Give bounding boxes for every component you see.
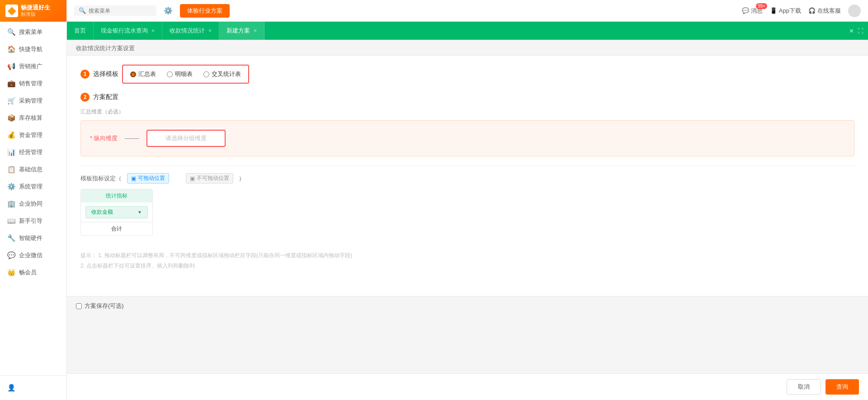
tabbar-actions: ✕ ⛶ <box>844 22 868 40</box>
sidebar-item-10[interactable]: 🏢企业协同 <box>0 195 66 212</box>
nav-label-2: 营销推广 <box>19 62 42 71</box>
sidebar-item-5[interactable]: 📦库存核算 <box>0 109 66 127</box>
vertical-dimension-label: * 纵向维度 <box>90 134 118 142</box>
nav-icon-10: 🏢 <box>7 200 15 208</box>
download-label: App下载 <box>779 7 801 15</box>
dimension-area: * 纵向维度 —— 请选择分组维度 <box>80 120 854 156</box>
nav-label-14: 畅会员 <box>19 268 37 277</box>
nav-icon-14: 👑 <box>7 268 15 277</box>
sidebar-logo: 🔶 畅捷通好生 标准版 <box>0 0 66 22</box>
save-checkbox-input[interactable] <box>76 303 82 309</box>
query-button[interactable]: 查询 <box>826 379 859 395</box>
tab-collection-close[interactable]: × <box>208 28 212 34</box>
window-maximize-icon[interactable]: ⛶ <box>858 28 863 34</box>
nav-label-10: 企业协同 <box>19 200 42 208</box>
template-option-cross[interactable]: 交叉统计表 <box>203 70 241 78</box>
dimension-placeholder[interactable]: 请选择分组维度 <box>146 130 226 147</box>
template-option-summary[interactable]: 汇总表 <box>130 70 156 78</box>
tab-new-plan-close[interactable]: × <box>254 28 257 34</box>
nav-icon-0: 🔍 <box>7 28 15 36</box>
sidebar-item-14[interactable]: 👑畅会员 <box>0 264 66 281</box>
tip-text-2: 2. 点击标题栏下拉可设置排序、插入列和删除列 <box>80 263 195 269</box>
metrics-tag-collection[interactable]: 收款金额 ▼ <box>85 206 148 218</box>
step1-header: 1 选择模板 汇总表 明细表 交叉统计表 <box>80 65 854 84</box>
sidebar: 🔶 畅捷通好生 标准版 🔍搜索菜单🏠快捷导航📢营销推广💼销售管理🛒采购管理📦库存… <box>0 0 67 400</box>
sidebar-item-bottom1[interactable]: 👤 <box>0 379 66 396</box>
save-checkbox-text: 方案保存(可选) <box>85 302 124 310</box>
tab-cashflow[interactable]: 现金银行流水查询 × <box>94 22 162 40</box>
metrics-section: 模板指标设定（ ▣ 可拖动位置 ▣ 不可拖动位置 ） 统计指标 <box>80 165 854 237</box>
service-label: 在线客服 <box>817 7 841 15</box>
step2-number: 2 <box>80 93 90 102</box>
trial-button[interactable]: 体验行业方案 <box>180 4 230 18</box>
download-button[interactable]: 📱 App下载 <box>770 7 801 15</box>
search-bar[interactable]: 🔍 <box>74 5 156 16</box>
step2-header: 2 方案配置 <box>80 93 854 102</box>
service-button[interactable]: 🎧 在线客服 <box>808 7 841 15</box>
sidebar-item-1[interactable]: 🏠快捷导航 <box>0 41 66 58</box>
nav-label-9: 系统管理 <box>19 183 42 191</box>
step2-title: 方案配置 <box>93 93 118 101</box>
template-option-detail[interactable]: 明细表 <box>167 70 193 78</box>
tip-text-1: 提示： 1. 拖动标题栏可以调整布局，不可跨维度或指标区域拖动栏目字段(只能在同… <box>80 252 352 259</box>
settings-icon[interactable]: ⚙️ <box>162 5 175 17</box>
sidebar-item-9[interactable]: ⚙️系统管理 <box>0 178 66 195</box>
sidebar-item-8[interactable]: 📋基础信息 <box>0 161 66 178</box>
metrics-header: 模板指标设定（ ▣ 可拖动位置 ▣ 不可拖动位置 ） <box>80 173 854 184</box>
message-icon: 💬 <box>742 7 749 14</box>
sidebar-item-0[interactable]: 🔍搜索菜单 <box>0 24 66 41</box>
window-minimize-icon[interactable]: ✕ <box>849 28 854 34</box>
tab-cashflow-close[interactable]: × <box>151 28 155 34</box>
nav-icon-5: 📦 <box>7 114 15 122</box>
template-radio-cross[interactable] <box>203 71 209 77</box>
sidebar-item-3[interactable]: 💼销售管理 <box>0 75 66 92</box>
nav-label-1: 快捷导航 <box>19 45 42 53</box>
tab-home[interactable]: 首页 <box>67 22 94 40</box>
tab-new-plan[interactable]: 新建方案 × <box>219 22 264 40</box>
template-radio-summary[interactable] <box>130 71 136 77</box>
nav-label-6: 资金管理 <box>19 131 42 139</box>
nav-label-4: 采购管理 <box>19 97 42 105</box>
tab-collection-stats-label: 收款情况统计 <box>170 27 205 35</box>
form-panel: 1 选择模板 汇总表 明细表 交叉统计表 <box>67 56 868 296</box>
no-drag-badge: ▣ 不可拖动位置 <box>186 173 233 184</box>
template-radio-detail[interactable] <box>167 71 173 77</box>
nav-label-3: 销售管理 <box>19 80 42 88</box>
search-input[interactable] <box>89 8 152 14</box>
nav-icon-9: ⚙️ <box>7 183 15 191</box>
sidebar-item-7[interactable]: 📊经营管理 <box>0 144 66 161</box>
tips-section: 提示： 1. 拖动标题栏可以调整布局，不可跨维度或指标区域拖动栏目字段(只能在同… <box>80 246 854 278</box>
sidebar-item-11[interactable]: 📖新手引导 <box>0 212 66 230</box>
template-summary-label: 汇总表 <box>138 70 156 78</box>
notifications-count: 99+ <box>756 3 767 9</box>
sidebar-item-12[interactable]: 🔧智能硬件 <box>0 230 66 247</box>
sidebar-item-2[interactable]: 📢营销推广 <box>0 58 66 75</box>
nav-icon-1: 🏠 <box>7 45 15 53</box>
notifications-button[interactable]: 💬 消息 99+ <box>742 7 763 15</box>
template-cross-label: 交叉统计表 <box>212 70 241 78</box>
nav-icon-3: 💼 <box>7 80 15 88</box>
search-icon: 🔍 <box>79 7 86 14</box>
brand-name: 畅捷通好生 <box>21 4 50 11</box>
sidebar-item-4[interactable]: 🛒采购管理 <box>0 92 66 109</box>
nav-icon-4: 🛒 <box>7 97 15 105</box>
tab-collection-stats[interactable]: 收款情况统计 × <box>162 22 219 40</box>
save-checkbox-label[interactable]: 方案保存(可选) <box>76 302 124 310</box>
cancel-button[interactable]: 取消 <box>787 379 821 395</box>
tab-cashflow-label: 现金银行流水查询 <box>101 27 148 35</box>
nav-label-13: 企业微信 <box>19 251 42 259</box>
dimension-section: 汇总维度（必选） * 纵向维度 —— 请选择分组维度 <box>80 108 854 156</box>
nav-icon-13: 💬 <box>7 251 15 259</box>
nav-icon-6: 💰 <box>7 131 15 139</box>
user-avatar[interactable] <box>848 5 861 17</box>
step2-section: 2 方案配置 汇总维度（必选） * 纵向维度 —— 请选择分组维度 <box>80 93 854 278</box>
sidebar-item-13[interactable]: 💬企业微信 <box>0 247 66 264</box>
step1-title: 选择模板 <box>93 70 118 78</box>
page-breadcrumb: 收款情况统计方案设置 <box>67 40 868 56</box>
bottom-icon1: 👤 <box>7 384 15 392</box>
sidebar-bottom: 👤 <box>0 375 66 400</box>
nav-label-11: 新手引导 <box>19 217 42 225</box>
footer-bar: 取消 查询 <box>67 373 868 400</box>
sidebar-item-6[interactable]: 💰资金管理 <box>0 127 66 144</box>
template-detail-label: 明细表 <box>175 70 193 78</box>
